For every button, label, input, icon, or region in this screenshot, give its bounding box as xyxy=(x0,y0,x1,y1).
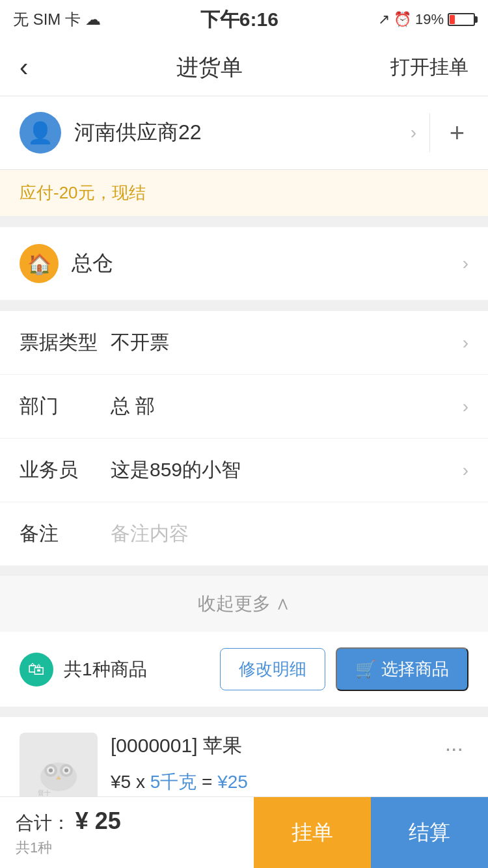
product-info: [0000001] 苹果 ¥5 x 5千克 = ¥25 xyxy=(111,733,427,794)
total-row: 合计： ¥ 25 xyxy=(16,807,238,835)
warehouse-row[interactable]: 🏠 总仓 › xyxy=(0,226,488,300)
salesperson-chevron-icon: › xyxy=(463,460,468,481)
salesperson-label: 业务员 xyxy=(20,457,111,483)
status-left: 无 SIM 卡 ☁ xyxy=(13,9,101,30)
hang-label: 挂单 xyxy=(291,819,333,847)
location-icon: ↗ xyxy=(378,11,390,28)
supplier-name: 河南供应商22 xyxy=(74,118,404,147)
product-count: 共1种商品 xyxy=(64,657,210,682)
salesperson-value: 这是859的小智 xyxy=(111,457,456,483)
supplier-row[interactable]: 👤 河南供应商22 › + xyxy=(0,96,488,170)
ticket-type-label: 票据类型 xyxy=(20,329,111,356)
dept-row[interactable]: 部门 总 部 › xyxy=(0,374,488,438)
dept-value: 总 部 xyxy=(111,393,456,420)
checkout-label: 结算 xyxy=(409,819,450,847)
supplier-section: 👤 河南供应商22 › + 应付-20元，现结 xyxy=(0,96,488,216)
collapse-text: 收起更多 ∧ xyxy=(198,591,291,616)
collapse-button[interactable]: 收起更多 ∧ xyxy=(0,576,488,632)
status-bar: 无 SIM 卡 ☁ 下午6:16 ↗ ⏰ 19% xyxy=(0,0,488,39)
remark-label: 备注 xyxy=(20,521,111,547)
bottom-bar: 合计： ¥ 25 共1种 挂单 结算 xyxy=(0,796,488,868)
warehouse-icon: 🏠 xyxy=(20,244,59,283)
product-name: 苹果 xyxy=(203,735,242,756)
total-section: 合计： ¥ 25 共1种 xyxy=(0,797,254,868)
product-qty: 5千克 xyxy=(150,772,197,792)
product-more-button[interactable]: ··· xyxy=(440,733,468,763)
remark-row[interactable]: 备注 备注内容 xyxy=(0,502,488,565)
battery-icon xyxy=(448,13,475,26)
avatar-icon: 👤 xyxy=(27,120,53,145)
edit-detail-button[interactable]: 修改明细 xyxy=(220,648,325,690)
content-area: 👤 河南供应商22 › + 应付-20元，现结 🏠 总仓 › 票据类型 不开票 … xyxy=(0,96,488,868)
equals-sign: = xyxy=(202,772,217,792)
product-price-row: ¥5 x 5千克 = ¥25 xyxy=(111,770,427,794)
product-total: ¥25 xyxy=(217,772,248,792)
plus-icon: + xyxy=(450,118,465,148)
remark-input[interactable]: 备注内容 xyxy=(111,521,468,547)
total-label: 合计： xyxy=(16,813,70,833)
select-label: 选择商品 xyxy=(381,658,449,681)
select-product-button[interactable]: 🛒 选择商品 xyxy=(336,647,468,691)
dept-label: 部门 xyxy=(20,393,111,420)
status-time: 下午6:16 xyxy=(200,7,278,33)
warehouse-chevron-icon: › xyxy=(463,253,468,274)
chevron-right-icon: › xyxy=(411,122,416,143)
supplier-avatar: 👤 xyxy=(20,112,61,154)
owl-icon: 督十 xyxy=(33,746,85,798)
nav-bar: ‹ 进货单 打开挂单 xyxy=(0,39,488,96)
product-title: [0000001] 苹果 xyxy=(111,733,427,759)
status-right: ↗ ⏰ 19% xyxy=(378,11,475,28)
signal-text: 无 SIM 卡 ☁ xyxy=(13,9,101,30)
alarm-icon: ⏰ xyxy=(394,11,411,28)
notice-text: 应付-20元，现结 xyxy=(20,183,146,202)
select-icon: 🛒 xyxy=(355,659,376,679)
dept-chevron-icon: › xyxy=(463,396,468,417)
ticket-type-value: 不开票 xyxy=(111,329,456,356)
page-title: 进货单 xyxy=(176,53,243,83)
svg-text:督十: 督十 xyxy=(38,789,51,796)
checkout-button[interactable]: 结算 xyxy=(371,797,488,868)
multiply-sign: x xyxy=(136,772,150,792)
product-bag-icon: 🛍 xyxy=(20,653,53,686)
ticket-type-row[interactable]: 票据类型 不开票 › xyxy=(0,310,488,374)
total-count: 共1种 xyxy=(16,838,238,858)
salesperson-row[interactable]: 业务员 这是859的小智 › xyxy=(0,438,488,502)
ticket-type-chevron-icon: › xyxy=(463,332,468,353)
svg-point-6 xyxy=(64,768,68,772)
add-supplier-button[interactable]: + xyxy=(429,113,468,152)
total-amount: ¥ 25 xyxy=(75,807,121,834)
home-icon: 🏠 xyxy=(27,252,51,275)
warehouse-section: 🏠 总仓 › xyxy=(0,226,488,300)
product-price: ¥5 xyxy=(111,772,131,792)
warehouse-name: 总仓 xyxy=(72,249,456,278)
svg-point-5 xyxy=(49,768,53,772)
back-button[interactable]: ‹ xyxy=(20,53,28,82)
product-bar: 🛍 共1种商品 修改明细 🛒 选择商品 xyxy=(0,632,488,707)
hang-button[interactable]: 挂单 xyxy=(254,797,371,868)
notice-bar: 应付-20元，现结 xyxy=(0,170,488,216)
battery-level: 19% xyxy=(415,11,444,28)
open-hang-button[interactable]: 打开挂单 xyxy=(390,54,468,81)
form-section: 票据类型 不开票 › 部门 总 部 › 业务员 这是859的小智 › 备注 备注… xyxy=(0,310,488,565)
product-code: [0000001] xyxy=(111,735,197,756)
